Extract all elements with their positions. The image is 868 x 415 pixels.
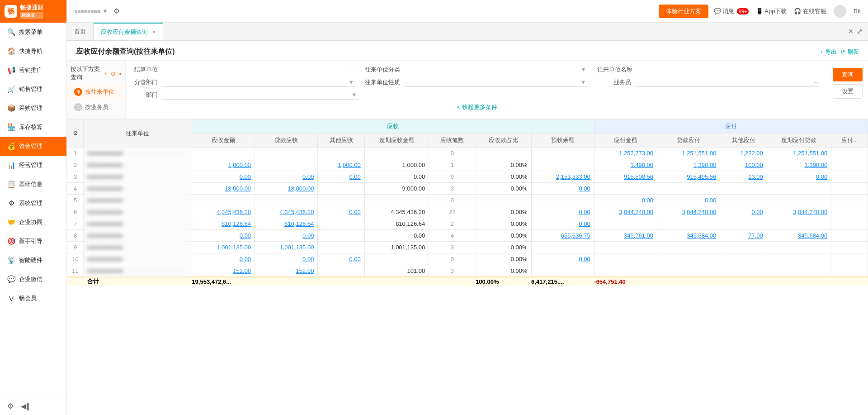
sidebar-item-wechat[interactable]: 💬 企业微信: [0, 270, 66, 289]
cell-link[interactable]: 152.00: [233, 267, 251, 274]
cell-link[interactable]: 1,252,773.00: [619, 150, 653, 157]
cell-link[interactable]: 0.00: [579, 256, 590, 262]
dept-manager-chevron[interactable]: ▼: [348, 79, 354, 86]
cell-link[interactable]: 3,044,240.00: [682, 209, 716, 215]
settlement-dots-icon[interactable]: ···: [349, 66, 354, 73]
cell-link[interactable]: 0.00: [302, 173, 314, 180]
sidebar-item-management[interactable]: 📊 经营管理: [0, 156, 66, 175]
col-settings-icon[interactable]: ⚙: [73, 130, 78, 137]
dept-input[interactable]: [163, 91, 349, 98]
top-gear-icon[interactable]: ⚙: [113, 7, 120, 15]
filter-settings-icon[interactable]: ⊙: [111, 70, 116, 77]
sidebar-item-basic[interactable]: 📋 基础信息: [0, 175, 66, 194]
cell-link[interactable]: 1,001,135.00: [217, 244, 251, 251]
app-download-item[interactable]: 📱 App下载: [756, 7, 787, 15]
collapse-btn[interactable]: ∧ 收起更多条件: [133, 101, 820, 113]
sidebar-item-system[interactable]: ⚙ 系统管理: [0, 194, 66, 213]
cell-link[interactable]: 1,490.00: [630, 162, 653, 168]
sidebar-item-finance[interactable]: 💰 资金管理: [0, 137, 66, 156]
cell-link[interactable]: 1,251,551.00: [682, 150, 716, 157]
sidebar-item-member[interactable]: V 畅会员: [0, 289, 66, 308]
query-button[interactable]: 查询: [833, 68, 863, 81]
unit-category-input[interactable]: [406, 66, 578, 73]
sidebar-item-purchase[interactable]: 📦 采购管理: [0, 99, 66, 118]
cell-link[interactable]: 0.00: [240, 232, 251, 239]
unit-name-input[interactable]: [638, 66, 818, 73]
unit-category-chevron[interactable]: ▼: [580, 66, 586, 73]
refresh-button[interactable]: ↺ 刷新: [840, 48, 859, 56]
cell-link[interactable]: 0.00: [642, 197, 653, 204]
cell-link[interactable]: 0.00: [302, 232, 314, 239]
cell-link[interactable]: 3,044,240.00: [619, 209, 653, 215]
sidebar-item-search[interactable]: 🔍 搜索菜单: [0, 23, 66, 42]
cell-link[interactable]: 0.00: [751, 209, 763, 215]
sidebar-item-marketing[interactable]: 📢 营销推广: [0, 61, 66, 80]
messages-item[interactable]: 💬 消息 99+: [714, 7, 749, 15]
sidebar-item-guide[interactable]: 🎯 新手引导: [0, 232, 66, 251]
tab-home[interactable]: 首页: [67, 23, 94, 40]
cell-link[interactable]: 915,495.56: [687, 173, 716, 180]
cell-link[interactable]: 0.00: [705, 197, 716, 204]
sidebar-settings-btn[interactable]: ⚙: [7, 402, 14, 410]
cell-link[interactable]: 0.00: [302, 256, 314, 262]
settings-button[interactable]: 设置: [833, 84, 863, 99]
cell-link[interactable]: 1,222.00: [740, 150, 763, 157]
cell-link[interactable]: 100.00: [745, 162, 763, 168]
cell-link[interactable]: 77.00: [748, 232, 763, 239]
cell-link[interactable]: 1,000.00: [228, 162, 251, 168]
cell-link[interactable]: 0.00: [579, 220, 590, 227]
cell-link[interactable]: 1,001,135.00: [279, 244, 314, 251]
cell-link[interactable]: 345,684.00: [687, 232, 716, 239]
cell-link[interactable]: 345,684.00: [798, 232, 827, 239]
filter-back-icon[interactable]: «: [118, 70, 122, 77]
cell-link[interactable]: 0.00: [579, 185, 590, 192]
avatar[interactable]: [834, 5, 846, 18]
query-by-unit[interactable]: 单 按往来单位: [71, 85, 122, 99]
cell-link[interactable]: 4,345,436.20: [279, 209, 314, 215]
dept-manager-input[interactable]: [163, 79, 346, 86]
dept-chevron[interactable]: ▼: [351, 91, 357, 98]
query-by-salesman[interactable]: 员 按业务员: [71, 100, 122, 114]
settlement-unit-input[interactable]: [163, 66, 347, 73]
unit-nature-input[interactable]: [406, 79, 578, 86]
add-filter-icon[interactable]: +: [104, 69, 108, 77]
unit-nature-chevron[interactable]: ▼: [580, 79, 586, 86]
cell-link[interactable]: 1,390.00: [805, 162, 828, 168]
cell-link[interactable]: 13.00: [748, 173, 763, 180]
sidebar-item-hardware[interactable]: 📡 智能硬件: [0, 251, 66, 270]
window-expand-icon[interactable]: ⤢: [857, 27, 863, 36]
sidebar-item-inventory[interactable]: 🏪 库存核算: [0, 118, 66, 137]
window-close-icon[interactable]: ×: [848, 27, 853, 36]
cell-link[interactable]: 0.00: [349, 173, 360, 180]
cell-link[interactable]: 810,126.64: [284, 220, 314, 227]
cell-link[interactable]: 0.00: [240, 256, 251, 262]
sidebar-item-collab[interactable]: 🤝 企业协同: [0, 213, 66, 232]
cell-link[interactable]: 345,761.00: [624, 232, 653, 239]
tab-close-icon[interactable]: ×: [152, 29, 156, 35]
col-settings-header[interactable]: ⚙: [67, 119, 84, 148]
online-service-item[interactable]: 🎧 在线客服: [794, 7, 826, 15]
cell-link[interactable]: 810,126.64: [222, 220, 251, 227]
salesman-input[interactable]: [637, 79, 812, 86]
cell-link[interactable]: 0.00: [240, 173, 251, 180]
sidebar-collapse-btn[interactable]: ◀‖: [21, 402, 30, 410]
salesman-dots-icon[interactable]: ···: [813, 79, 818, 86]
cell-link[interactable]: 1,390.00: [693, 162, 717, 168]
cell-link[interactable]: 18,000.00: [288, 185, 314, 192]
cell-link[interactable]: 0.00: [579, 209, 590, 215]
sidebar-item-quicknav[interactable]: 🏠 快捷导航: [0, 42, 66, 61]
footer-adv-link[interactable]: 6,417,215....: [531, 278, 564, 285]
cell-link[interactable]: 18,000.00: [225, 185, 251, 192]
cell-link[interactable]: 3,044,240.00: [793, 209, 827, 215]
cell-link[interactable]: 0.00: [816, 173, 827, 180]
cell-link[interactable]: 152.00: [296, 267, 314, 274]
trial-button[interactable]: 体验行业方案: [659, 5, 708, 18]
cell-link[interactable]: 915,508.56: [624, 173, 653, 180]
cell-link[interactable]: 1,251,551.00: [793, 150, 827, 157]
cell-link[interactable]: 0.00: [349, 209, 360, 215]
export-button[interactable]: ↑ 导出: [821, 48, 837, 56]
cell-link[interactable]: 655,636.75: [561, 232, 590, 239]
footer-ra-link[interactable]: 19,553,472,6...: [192, 278, 231, 285]
cell-link[interactable]: 0.00: [349, 256, 360, 262]
cell-link[interactable]: 2,153,333.00: [556, 173, 590, 180]
